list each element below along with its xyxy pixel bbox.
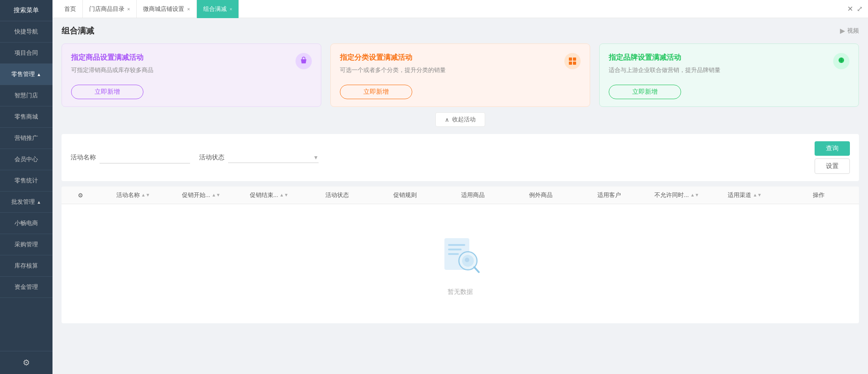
cards-row: 指定商品设置满减活动 可指定滞销商品或库存较多商品 立即新增 指定分类设置满减活… bbox=[62, 43, 859, 107]
chevron-down-icon: ▲ bbox=[37, 200, 41, 205]
sidebar-item-retail-stats[interactable]: 零售统计 bbox=[0, 170, 52, 192]
th-applicable-channels[interactable]: 适用渠道 ▲▼ bbox=[711, 191, 779, 199]
card-category-desc: 可选一个或者多个分类，提升分类的销量 bbox=[340, 66, 581, 78]
th-operations: 操作 bbox=[779, 191, 859, 199]
tab-combo-discount-close[interactable]: × bbox=[229, 6, 232, 12]
th-applicable-customers-label: 适用客户 bbox=[597, 191, 621, 199]
filter-activity-name: 活动名称 bbox=[71, 152, 190, 163]
svg-rect-3 bbox=[573, 58, 576, 61]
sidebar-item-label: 零售统计 bbox=[14, 177, 38, 185]
sidebar-item-quick-nav[interactable]: 快捷导航 bbox=[0, 21, 52, 43]
tab-combo-discount[interactable]: 组合满减 × bbox=[197, 0, 239, 18]
sidebar-item-wholesale-mgmt[interactable]: 批发管理 ▲ bbox=[0, 192, 52, 213]
query-button[interactable]: 查询 bbox=[815, 141, 850, 156]
chevron-up-icon: ▲ bbox=[37, 72, 41, 77]
tab-wechat-store-label: 微商城店铺设置 bbox=[143, 5, 184, 13]
window-resize-icon[interactable]: ⤢ bbox=[857, 5, 863, 13]
sidebar-item-label: 会员中心 bbox=[14, 155, 38, 163]
empty-text: 暂无数据 bbox=[448, 288, 473, 296]
th-applicable-channels-label: 适用渠道 bbox=[728, 191, 751, 199]
svg-rect-4 bbox=[569, 62, 572, 65]
sort-icon: ▲▼ bbox=[211, 193, 220, 197]
sidebar-item-label: 小畅电商 bbox=[14, 219, 38, 227]
sidebar-item-label: 营销推广 bbox=[14, 134, 38, 142]
card-category-icon bbox=[564, 53, 581, 72]
sidebar-item-label: 库存核算 bbox=[14, 262, 38, 270]
video-label: 视频 bbox=[847, 27, 859, 35]
sidebar-item-inventory[interactable]: 库存核算 bbox=[0, 255, 52, 277]
th-promo-end[interactable]: 促销结束... ▲▼ bbox=[235, 191, 303, 199]
tab-home[interactable]: 首页 bbox=[58, 0, 83, 18]
tab-wechat-store[interactable]: 微商城店铺设置 × bbox=[137, 0, 196, 18]
th-gear[interactable]: ⚙ bbox=[62, 192, 99, 199]
gear-icon: ⚙ bbox=[78, 192, 83, 199]
th-excluded-products-label: 例外商品 bbox=[529, 191, 553, 199]
th-no-concurrent[interactable]: 不允许同时... ▲▼ bbox=[643, 191, 711, 199]
video-link[interactable]: ▶ 视频 bbox=[840, 27, 859, 35]
sort-icon: ▲▼ bbox=[753, 193, 762, 197]
th-activity-name[interactable]: 活动名称 ▲▼ bbox=[99, 191, 167, 199]
card-brand-icon bbox=[833, 53, 849, 72]
sidebar-item-marketing[interactable]: 营销推广 bbox=[0, 128, 52, 149]
sidebar-item-label: 快捷导航 bbox=[14, 28, 38, 36]
svg-line-13 bbox=[474, 267, 479, 272]
card-brand-desc: 适合与上游企业联合做营销，提升品牌销量 bbox=[609, 66, 849, 78]
tab-store-catalog-label: 门店商品目录 bbox=[89, 5, 124, 13]
window-close-icon[interactable]: ✕ bbox=[847, 5, 853, 13]
chevron-down-icon: ▼ bbox=[313, 154, 319, 161]
empty-state: 暂无数据 bbox=[62, 204, 859, 323]
card-product: 指定商品设置满减活动 可指定滞销商品或库存较多商品 立即新增 bbox=[62, 43, 321, 107]
sidebar-item-project-contract[interactable]: 项目合同 bbox=[0, 43, 52, 64]
table-header: ⚙ 活动名称 ▲▼ 促销开始... ▲▼ 促销结束... ▲▼ 活动状态 bbox=[62, 187, 859, 204]
sidebar-search[interactable]: 搜索菜单 bbox=[0, 0, 52, 21]
sidebar-item-label: 批发管理 bbox=[11, 198, 35, 206]
tab-store-catalog-close[interactable]: × bbox=[127, 6, 130, 12]
sidebar-item-label: 智慧门店 bbox=[14, 91, 38, 100]
activity-status-select[interactable]: ▼ bbox=[228, 153, 319, 163]
sort-icon: ▲▼ bbox=[280, 193, 289, 197]
sidebar-item-member-center[interactable]: 会员中心 bbox=[0, 149, 52, 170]
sidebar-item-capital-mgmt[interactable]: 资金管理 bbox=[0, 277, 52, 298]
collapse-label: 收起活动 bbox=[452, 115, 476, 124]
sidebar-item-xiaochang[interactable]: 小畅电商 bbox=[0, 213, 52, 234]
sidebar: 搜索菜单 快捷导航 项目合同 零售管理 ▲ 智慧门店 零售商城 营销推广 会员中… bbox=[0, 0, 52, 374]
svg-rect-8 bbox=[448, 244, 465, 246]
tab-home-label: 首页 bbox=[64, 5, 76, 13]
th-promo-end-label: 促销结束... bbox=[250, 191, 278, 199]
th-no-concurrent-label: 不允许同时... bbox=[654, 191, 689, 199]
tab-wechat-store-close[interactable]: × bbox=[187, 6, 190, 12]
sidebar-item-label: 资金管理 bbox=[14, 283, 38, 291]
card-category-title: 指定分类设置满减活动 bbox=[340, 53, 581, 62]
tabbar: 首页 门店商品目录 × 微商城店铺设置 × 组合满减 × ✕ ⤢ bbox=[52, 0, 868, 18]
th-activity-name-label: 活动名称 bbox=[116, 191, 140, 199]
svg-rect-9 bbox=[448, 249, 462, 250]
svg-point-1 bbox=[564, 53, 581, 69]
tab-combo-discount-label: 组合满减 bbox=[203, 5, 227, 13]
page-title: 组合满减 bbox=[62, 25, 94, 36]
tab-store-catalog[interactable]: 门店商品目录 × bbox=[83, 0, 137, 18]
tabbar-right-buttons: ✕ ⤢ bbox=[847, 5, 863, 13]
card-category-btn[interactable]: 立即新增 bbox=[340, 85, 412, 99]
svg-rect-5 bbox=[573, 62, 576, 65]
sidebar-item-retail-mgmt[interactable]: 零售管理 ▲ bbox=[0, 64, 52, 85]
th-promo-start[interactable]: 促销开始... ▲▼ bbox=[167, 191, 235, 199]
th-applicable-customers: 适用客户 bbox=[575, 191, 643, 199]
settings-button[interactable]: 设置 bbox=[815, 158, 850, 174]
svg-point-14 bbox=[465, 258, 469, 262]
sidebar-item-smart-store[interactable]: 智慧门店 bbox=[0, 85, 52, 106]
activity-name-input[interactable] bbox=[100, 152, 190, 163]
card-product-btn[interactable]: 立即新增 bbox=[71, 85, 143, 99]
filter-buttons: 查询 设置 bbox=[815, 141, 850, 174]
activity-name-label: 活动名称 bbox=[71, 153, 96, 162]
sidebar-item-retail-mall[interactable]: 零售商城 bbox=[0, 106, 52, 128]
collapse-btn[interactable]: ∧ 收起活动 bbox=[435, 112, 485, 127]
settings-icon[interactable]: ⚙ bbox=[0, 351, 52, 374]
card-category: 指定分类设置满减活动 可选一个或者多个分类，提升分类的销量 立即新增 bbox=[330, 43, 590, 107]
sidebar-item-purchase-mgmt[interactable]: 采购管理 bbox=[0, 234, 52, 255]
sort-icon: ▲▼ bbox=[141, 193, 150, 197]
sidebar-item-label: 零售商城 bbox=[14, 113, 38, 121]
main-area: 首页 门店商品目录 × 微商城店铺设置 × 组合满减 × ✕ ⤢ 组合满减 ▶ … bbox=[52, 0, 868, 374]
card-brand-btn[interactable]: 立即新增 bbox=[609, 85, 681, 99]
card-brand: 指定品牌设置满减活动 适合与上游企业联合做营销，提升品牌销量 立即新增 bbox=[599, 43, 859, 107]
card-product-title: 指定商品设置满减活动 bbox=[71, 53, 312, 62]
